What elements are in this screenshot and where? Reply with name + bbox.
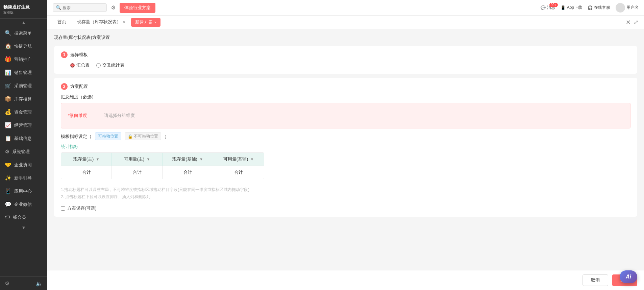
topbar-gear-icon[interactable]: ⚙ [111, 4, 116, 11]
save-label: 方案保存(可选) [67, 205, 97, 211]
sidebar-item-system[interactable]: ⚙ 系统管理 [0, 145, 47, 158]
search-box[interactable]: 🔍 [53, 3, 107, 12]
dim-label: 汇总维度（必选） [61, 94, 630, 100]
tab-new-scheme[interactable]: 新建方案 × [131, 18, 160, 27]
tag-icon: 🏷 [5, 214, 10, 220]
step2-title: 方案配置 [70, 83, 88, 90]
save-row: 方案保存(可选) [61, 205, 630, 211]
main-area: 🔍 ⚙ 体验行业方案 💬 消息 99+ 📱 App下载 🎧 在线客服 用户名 [47, 0, 644, 290]
sidebar-item-label: 系统管理 [12, 149, 30, 155]
col-header-0[interactable]: 现存量(主) ▼ [61, 153, 112, 166]
sidebar-item-label: 资金管理 [14, 109, 32, 115]
col-header-2[interactable]: 现存量(基辅) ▼ [163, 153, 213, 166]
step1-number: 1 [61, 51, 68, 58]
dim-dash: —— [91, 113, 100, 118]
sidebar-item-operations[interactable]: 📈 经营管理 [0, 119, 47, 132]
col-header-3-label: 可用量(基辅) [223, 156, 248, 162]
indicator-table-body: 合计 合计 合计 合计 [61, 166, 264, 179]
chevron-down-icon-1: ▼ [146, 157, 150, 161]
non-draggable-badge: 🔒 不可拖动位置 [125, 132, 161, 140]
sidebar-item-wechat[interactable]: 💬 企业微信 [0, 198, 47, 211]
step2-number: 2 [61, 83, 68, 90]
message-icon: 💬 [541, 5, 546, 10]
sidebar-item-inventory[interactable]: 📦 库存核算 [0, 92, 47, 105]
message-button[interactable]: 💬 消息 99+ [541, 5, 555, 10]
sidebar-item-label: 经营管理 [14, 122, 32, 128]
sidebar-item-search[interactable]: 🔍 搜索菜单 [0, 26, 47, 40]
user-profile[interactable]: 用户名 [616, 3, 639, 13]
indicator-label-row: 模板指标设定（ 可拖动位置 🔒 不可拖动位置 ） [61, 132, 630, 140]
app-download-label: App下载 [567, 5, 582, 10]
dimension-area: *纵向维度 —— 请选择分组维度 [61, 103, 630, 128]
tips-section: 1.拖动标题栏可以调整布局，不可跨维度或指标区域拖动栏目字段(只能在同一维度或指… [61, 187, 630, 200]
col-body-3: 合计 [213, 166, 264, 179]
cancel-button[interactable]: 取消 [583, 274, 608, 286]
sidebar-item-appcenter[interactable]: 📱 应用中心 [0, 185, 47, 198]
sidebar-item-marketing[interactable]: 🎁 营销推广 [0, 53, 47, 66]
close-window-icon[interactable]: ✕ [626, 19, 631, 26]
settings-icon[interactable]: ⚙ [5, 280, 9, 287]
sidebar-item-label: 销售管理 [14, 70, 32, 76]
sidebar-item-collab[interactable]: 🤝 企业协同 [0, 158, 47, 171]
username-label: 用户名 [626, 5, 639, 10]
sidebar-item-label: 搜索菜单 [14, 30, 32, 36]
tab-inventory-close[interactable]: × [123, 20, 125, 24]
topbar-right: 💬 消息 99+ 📱 App下载 🎧 在线客服 用户名 [541, 3, 639, 13]
step1-title: 选择模板 [70, 52, 88, 58]
sidebar-item-newguide[interactable]: ✨ 新手引导 [0, 171, 47, 185]
message-badge: 99+ [549, 3, 558, 7]
sidebar-item-label: 快捷导航 [14, 43, 32, 49]
sidebar-item-sales[interactable]: 📊 销售管理 [0, 66, 47, 79]
sidebar-bottom: ⚙ 🔈 [0, 276, 47, 290]
search-icon: 🔍 [56, 5, 61, 10]
sidebar-scroll-down[interactable]: ▼ [0, 224, 47, 232]
indicator-table-header: 现存量(主) ▼ 可用量(主) ▼ 现存量(基辅) ▼ 可用量(基辅) [61, 153, 264, 166]
sidebar-item-basic-info[interactable]: 📋 基础信息 [0, 132, 47, 145]
tip-item-1: 2. 点击标题栏下拉可以设置排序、插入列和删除列 [61, 194, 630, 200]
service-label: 在线客服 [594, 5, 610, 10]
save-checkbox[interactable] [61, 206, 65, 211]
sidebar-item-finance[interactable]: 💰 资金管理 [0, 105, 47, 119]
col-header-1[interactable]: 可用量(主) ▼ [112, 153, 163, 166]
dim-required: *纵向维度 [68, 113, 87, 119]
wechat-icon: 💬 [5, 201, 11, 208]
sidebar-item-label: 企业微信 [14, 201, 32, 208]
tab-inventory[interactable]: 现存量（库存状况表） × [72, 16, 130, 28]
chevron-down-icon-2: ▼ [199, 157, 203, 161]
indicator-label-text: 模板指标设定（ [61, 134, 92, 140]
online-service-button[interactable]: 🎧 在线客服 [588, 5, 610, 10]
page-title: 现存量(库存状况表)方案设置 [54, 34, 637, 41]
expand-icon[interactable]: ⤢ [634, 19, 639, 26]
col-header-2-label: 现存量(基辅) [172, 156, 197, 162]
sidebar-scroll-up[interactable]: ▲ [0, 19, 47, 26]
avatar [616, 3, 625, 13]
radio-summary[interactable]: 汇总表 [70, 62, 90, 68]
radio-cross[interactable]: 交叉统计表 [96, 62, 124, 68]
col-header-1-label: 可用量(主) [124, 156, 145, 162]
sidebar-item-label: 应用中心 [14, 188, 32, 194]
trial-button[interactable]: 体验行业方案 [120, 3, 155, 13]
step2-header: 2 方案配置 [61, 83, 630, 90]
col-header-3[interactable]: 可用量(基辅) ▼ [213, 153, 264, 166]
sidebar-item-purchase[interactable]: 🛒 采购管理 [0, 79, 47, 92]
tip-item-0: 1.拖动标题栏可以调整布局，不可跨维度或指标区域拖动栏目字段(只能在同一维度或指… [61, 187, 630, 193]
radio-cross-input[interactable] [96, 63, 101, 68]
volume-icon[interactable]: 🔈 [36, 280, 43, 287]
app-name: 畅康通好生意 [3, 4, 44, 10]
mobile-icon: 📱 [5, 188, 11, 194]
money-icon: 💰 [5, 109, 11, 115]
draggable-badge: 可拖动位置 [95, 132, 121, 140]
radio-summary-input[interactable] [70, 63, 75, 68]
ai-bubble[interactable]: Ai [620, 270, 637, 283]
chart-icon: 📈 [5, 122, 11, 128]
sidebar-item-quicknav[interactable]: 🏠 快捷导航 [0, 40, 47, 53]
app-download-button[interactable]: 📱 App下载 [561, 5, 582, 10]
tab-new-close-icon[interactable]: × [154, 20, 156, 24]
search-input[interactable] [63, 5, 103, 10]
step1-header: 1 选择模板 [61, 51, 630, 58]
home-icon: 🏠 [5, 43, 11, 49]
indicator-label-close: ） [165, 134, 169, 140]
tab-home[interactable]: 首页 [53, 16, 71, 28]
tabs-bar: 首页 现存量（库存状况表） × 新建方案 × ✕ ⤢ [47, 16, 644, 29]
sidebar-item-member[interactable]: 🏷 畅会员 [0, 211, 47, 224]
